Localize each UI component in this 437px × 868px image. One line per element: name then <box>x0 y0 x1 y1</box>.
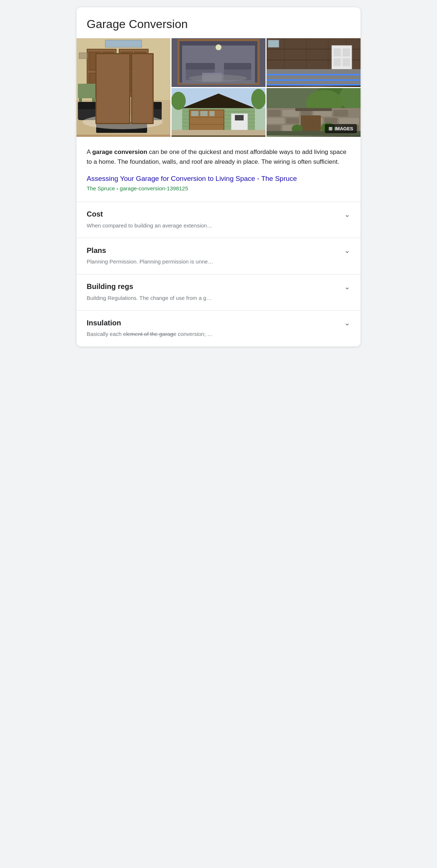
link-title[interactable]: Assessing Your Garage for Conversion to … <box>87 174 350 184</box>
svg-rect-30 <box>224 63 251 70</box>
svg-rect-5 <box>102 52 114 70</box>
image-grid: ⊞ IMAGES <box>76 38 361 137</box>
chevron-down-icon-2: ⌄ <box>344 246 350 255</box>
image-garage-empty[interactable] <box>267 38 361 87</box>
image-svg-4 <box>172 88 265 135</box>
svg-rect-7 <box>119 49 148 96</box>
accordion-insulation-preview: Basically each element of the garage con… <box>87 330 350 338</box>
svg-rect-50 <box>268 40 279 47</box>
insulation-preview-start: Basically each <box>87 331 123 337</box>
svg-rect-66 <box>191 111 198 116</box>
accordion-cost-preview: When compared to building an average ext… <box>87 222 350 230</box>
images-icon: ⊞ <box>328 126 332 131</box>
accordion-cost[interactable]: Cost ⌄ When compared to building an aver… <box>76 202 361 238</box>
svg-rect-43 <box>334 58 341 66</box>
accordion-cost-header: Cost ⌄ <box>87 210 350 219</box>
image-living-room[interactable] <box>172 38 265 87</box>
svg-rect-44 <box>343 48 350 56</box>
link-url: The Spruce › garage-conversion-1398125 <box>87 185 350 191</box>
image-svg-3 <box>267 38 361 86</box>
svg-rect-83 <box>267 118 284 124</box>
svg-rect-13 <box>78 84 98 98</box>
image-stone-house[interactable]: ⊞ IMAGES <box>267 88 361 137</box>
svg-point-54 <box>251 89 265 109</box>
accordion-building-regs-header: Building regs ⌄ <box>87 282 350 291</box>
knowledge-panel: Garage Conversion <box>76 7 361 346</box>
svg-rect-67 <box>200 111 208 116</box>
page-title: Garage Conversion <box>76 7 361 38</box>
image-garage-interior-tall[interactable] <box>76 38 170 137</box>
description-start: A <box>87 148 92 155</box>
svg-rect-72 <box>172 130 265 135</box>
svg-rect-84 <box>286 118 299 124</box>
chevron-down-icon-3: ⌄ <box>344 282 350 291</box>
description-bold: garage conversion <box>92 148 147 155</box>
accordion-plans-preview: Planning Permission. Planning permission… <box>87 258 350 266</box>
svg-rect-93 <box>295 108 332 111</box>
svg-rect-10 <box>134 52 146 70</box>
svg-rect-11 <box>134 73 146 91</box>
svg-rect-94 <box>301 115 321 134</box>
svg-rect-88 <box>267 125 281 131</box>
images-label: IMAGES <box>335 126 353 131</box>
insulation-preview-strikethrough: element of the garage <box>123 331 176 337</box>
svg-rect-68 <box>209 111 214 116</box>
accordion-plans-title: Plans <box>87 246 106 255</box>
svg-rect-70 <box>235 115 244 120</box>
svg-rect-78 <box>268 110 281 116</box>
accordion-building-regs-preview: Building Regulations. The change of use … <box>87 294 350 302</box>
accordion-insulation[interactable]: Insulation ⌄ Basically each element of t… <box>76 310 361 346</box>
accordion-insulation-header: Insulation ⌄ <box>87 318 350 327</box>
description-text: A garage conversion can be one of the qu… <box>76 137 361 174</box>
insulation-preview-end: conversion; … <box>176 331 213 337</box>
svg-point-26 <box>216 44 221 50</box>
image-svg-2 <box>172 38 265 86</box>
svg-rect-46 <box>267 69 361 86</box>
images-badge[interactable]: ⊞ IMAGES <box>325 124 357 133</box>
accordion-building-regs[interactable]: Building regs ⌄ Building Regulations. Th… <box>76 274 361 311</box>
image-svg-1 <box>76 38 170 135</box>
accordion-building-regs-title: Building regs <box>87 282 133 291</box>
svg-rect-3 <box>89 52 101 70</box>
svg-rect-9 <box>121 73 133 91</box>
accordion-plans[interactable]: Plans ⌄ Planning Permission. Planning pe… <box>76 238 361 274</box>
accordion-cost-title: Cost <box>87 210 103 218</box>
svg-rect-28 <box>186 63 215 70</box>
svg-point-53 <box>172 92 186 110</box>
image-garage-exterior[interactable] <box>172 88 265 137</box>
svg-rect-19 <box>140 102 162 109</box>
svg-rect-6 <box>102 73 114 91</box>
svg-rect-45 <box>343 58 350 66</box>
svg-rect-8 <box>121 52 133 70</box>
chevron-down-icon: ⌄ <box>344 210 350 219</box>
svg-rect-87 <box>339 118 359 124</box>
accordion-plans-header: Plans ⌄ <box>87 246 350 255</box>
svg-point-32 <box>189 75 247 82</box>
svg-rect-12 <box>105 40 142 47</box>
svg-rect-42 <box>334 48 341 56</box>
link-section: Assessing Your Garage for Conversion to … <box>76 174 361 202</box>
svg-point-21 <box>83 115 163 129</box>
svg-rect-22 <box>79 53 87 59</box>
svg-rect-17 <box>78 102 100 109</box>
svg-rect-82 <box>334 110 348 116</box>
accordion-insulation-title: Insulation <box>87 319 121 327</box>
chevron-down-icon-4: ⌄ <box>344 318 350 327</box>
